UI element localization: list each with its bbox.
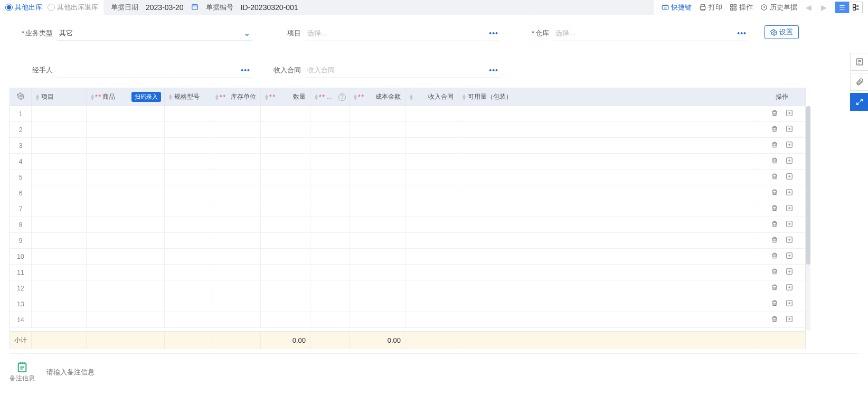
delete-row-icon[interactable]: [771, 157, 778, 166]
settings-button[interactable]: 设置: [765, 25, 799, 39]
add-row-icon[interactable]: [786, 284, 793, 293]
warehouse-label: 仓库: [506, 29, 553, 38]
date-value[interactable]: 2023-03-20: [146, 3, 184, 12]
radio-other-out-return[interactable]: 其他出库退库: [48, 3, 98, 12]
contract-label: 收入合同: [258, 65, 305, 75]
add-row-icon[interactable]: [786, 157, 793, 166]
next-doc-icon[interactable]: ▶: [820, 3, 828, 12]
toolbar: 快捷键 打印 操作 历史单据 ◀ ▶: [662, 2, 863, 13]
table-row[interactable]: 3: [10, 138, 805, 154]
delete-row-icon[interactable]: [771, 284, 778, 293]
row-number: 11: [10, 265, 32, 280]
row-number: 13: [10, 296, 32, 312]
handler-label: 经手人: [10, 65, 57, 75]
rail-detail-icon[interactable]: [850, 53, 868, 71]
add-row-icon[interactable]: [786, 189, 793, 198]
prev-doc-icon[interactable]: ◀: [805, 3, 813, 12]
operate-button[interactable]: 操作: [730, 3, 753, 12]
table-row[interactable]: 1: [10, 106, 805, 122]
help-icon[interactable]: ?: [338, 93, 346, 101]
more-icon[interactable]: •••: [737, 29, 747, 37]
delete-row-icon[interactable]: [771, 141, 778, 150]
table-row[interactable]: 2: [10, 122, 805, 138]
table-row[interactable]: 4: [10, 154, 805, 170]
delete-row-icon[interactable]: [771, 204, 778, 213]
table-row[interactable]: 14: [10, 312, 805, 328]
view-card-icon[interactable]: [849, 2, 863, 13]
svg-rect-1: [662, 6, 668, 10]
table-row[interactable]: 6: [10, 185, 805, 201]
add-row-icon[interactable]: [786, 220, 793, 229]
row-number: 12: [10, 280, 32, 296]
project-select[interactable]: 选择... •••: [305, 25, 501, 41]
svg-rect-4: [731, 8, 733, 10]
add-row-icon[interactable]: [786, 141, 793, 150]
add-row-icon[interactable]: [786, 299, 793, 308]
rail-expand-icon[interactable]: [850, 93, 868, 111]
table-row[interactable]: 5: [10, 170, 805, 185]
row-number: 6: [10, 185, 32, 201]
sort-icon[interactable]: ▲▼: [314, 94, 319, 100]
row-number: 7: [10, 201, 32, 217]
chevron-down-icon[interactable]: ⌄: [243, 28, 250, 38]
print-button[interactable]: 打印: [699, 3, 722, 12]
warehouse-select[interactable]: 选择... •••: [553, 25, 749, 41]
subtotal-cost: 0.00: [350, 332, 405, 349]
calendar-icon[interactable]: [191, 3, 199, 12]
gear-icon[interactable]: [17, 92, 24, 101]
row-number: 4: [10, 154, 32, 169]
table-row[interactable]: 7: [10, 201, 805, 217]
biz-type-select[interactable]: 其它 ⌄: [57, 25, 252, 41]
add-row-icon[interactable]: [786, 173, 793, 182]
table-row[interactable]: 13: [10, 296, 805, 312]
delete-row-icon[interactable]: [771, 268, 778, 277]
delete-row-icon[interactable]: [771, 109, 778, 118]
delete-row-icon[interactable]: [771, 173, 778, 182]
more-icon[interactable]: •••: [489, 66, 498, 74]
contract-select[interactable]: 收入合同 •••: [305, 62, 501, 78]
rail-attachment-icon[interactable]: [850, 73, 868, 91]
table-row[interactable]: 9: [10, 233, 805, 249]
view-list-icon[interactable]: [835, 2, 849, 13]
delete-row-icon[interactable]: [771, 315, 778, 324]
sort-icon[interactable]: ▲▼: [214, 94, 220, 100]
add-row-icon[interactable]: [786, 125, 793, 134]
sort-icon[interactable]: ▲▼: [461, 94, 467, 100]
radio-dot-on-icon: [5, 4, 13, 11]
table-row[interactable]: 11: [10, 265, 805, 280]
delete-row-icon[interactable]: [771, 125, 778, 134]
scrollbar[interactable]: [806, 106, 810, 331]
more-icon[interactable]: •••: [241, 66, 250, 74]
row-number: 2: [10, 122, 32, 137]
delete-row-icon[interactable]: [771, 236, 778, 245]
more-icon[interactable]: •••: [489, 29, 498, 37]
table-row[interactable]: 12: [10, 280, 805, 296]
svg-rect-3: [734, 5, 736, 7]
handler-select[interactable]: •••: [57, 62, 252, 78]
sort-icon[interactable]: ▲▼: [35, 94, 40, 100]
table-row[interactable]: 8: [10, 217, 805, 233]
sort-icon[interactable]: ▲▼: [168, 94, 173, 100]
delete-row-icon[interactable]: [771, 220, 778, 229]
sort-icon[interactable]: ▲▼: [264, 94, 269, 100]
radio-other-out[interactable]: 其他出库: [5, 3, 42, 12]
table-row[interactable]: 10: [10, 249, 805, 265]
sort-icon[interactable]: ▲▼: [353, 94, 358, 100]
shortcut-button[interactable]: 快捷键: [662, 3, 692, 12]
delete-row-icon[interactable]: [771, 189, 778, 198]
sort-icon[interactable]: ▲▼: [90, 94, 95, 100]
add-row-icon[interactable]: [786, 204, 793, 213]
add-row-icon[interactable]: [786, 236, 793, 245]
delete-row-icon[interactable]: [771, 252, 778, 261]
svg-rect-5: [734, 8, 736, 10]
add-row-icon[interactable]: [786, 268, 793, 277]
scan-button[interactable]: 扫码录入: [131, 92, 161, 102]
add-row-icon[interactable]: [786, 315, 793, 324]
sort-icon[interactable]: ▲▼: [409, 94, 414, 100]
note-input[interactable]: [42, 364, 858, 380]
delete-row-icon[interactable]: [771, 299, 778, 308]
note-toggle[interactable]: 备注信息: [10, 361, 35, 383]
history-button[interactable]: 历史单据: [760, 3, 797, 12]
add-row-icon[interactable]: [786, 109, 793, 118]
add-row-icon[interactable]: [786, 252, 793, 261]
